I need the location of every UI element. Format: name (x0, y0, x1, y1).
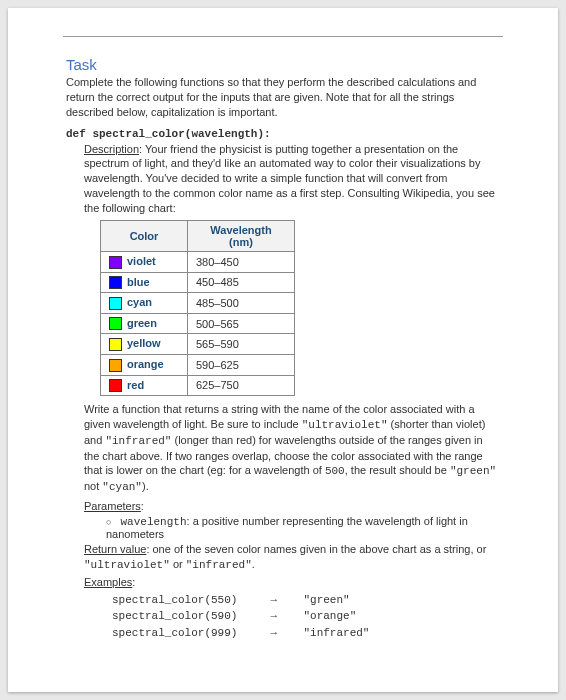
return-text: : one of the seven color names given in … (146, 543, 486, 555)
parameters-heading: Parameters: (84, 499, 500, 514)
table-row: violet 380–450 (101, 251, 295, 272)
parameters-list: wavelength: a positive number representi… (106, 515, 500, 540)
function-signature: def spectral_color(wavelength): (66, 128, 500, 140)
param-name: wavelength (121, 516, 187, 528)
parameters-label: Parameters (84, 500, 141, 512)
color-name: violet (127, 255, 156, 267)
swatch-icon (109, 379, 122, 392)
arrow-icon: → (270, 594, 277, 606)
table-row: yellow 565–590 (101, 334, 295, 355)
wavelength-range: 500–565 (188, 313, 295, 334)
instr-code: 500 (325, 465, 345, 477)
wavelength-range: 590–625 (188, 354, 295, 375)
description-paragraph: Description: Your friend the physicist i… (84, 142, 500, 216)
instr-text: , the result should be (345, 464, 450, 476)
swatch-icon (109, 338, 122, 351)
instr-code: "cyan" (102, 481, 142, 493)
arrow-icon: → (270, 627, 277, 639)
table-header-color: Color (101, 220, 188, 251)
wavelength-range: 625–750 (188, 375, 295, 396)
color-name: yellow (127, 337, 161, 349)
table-row: green 500–565 (101, 313, 295, 334)
list-item: wavelength: a positive number representi… (106, 515, 500, 540)
wavelength-range: 565–590 (188, 334, 295, 355)
swatch-icon (109, 359, 122, 372)
color-name: orange (127, 358, 164, 370)
table-row: cyan 485–500 (101, 293, 295, 314)
task-body: Description: Your friend the physicist i… (84, 142, 500, 642)
swatch-icon (109, 256, 122, 269)
section-title: Task (66, 56, 500, 73)
description-text: : Your friend the physicist is putting t… (84, 143, 495, 214)
document-page: Task Complete the following functions so… (8, 8, 558, 692)
top-rule (63, 36, 503, 37)
description-label: Description (84, 143, 139, 155)
example-call: spectral_color(550) (112, 594, 237, 606)
wavelength-range: 380–450 (188, 251, 295, 272)
swatch-icon (109, 317, 122, 330)
examples-block: spectral_color(550) → "green" spectral_c… (112, 592, 500, 642)
examples-label: Examples (84, 576, 132, 588)
instr-text: not (84, 480, 102, 492)
color-name: cyan (127, 296, 152, 308)
return-value-paragraph: Return value: one of the seven color nam… (84, 542, 500, 573)
wavelength-range: 485–500 (188, 293, 295, 314)
instr-code: "green" (450, 465, 496, 477)
swatch-icon (109, 276, 122, 289)
instr-code: "ultraviolet" (302, 419, 388, 431)
table-row: blue 450–485 (101, 272, 295, 293)
return-or: or (170, 558, 186, 570)
wavelength-range: 450–485 (188, 272, 295, 293)
table-header-wavelength-top: Wavelength (210, 224, 271, 236)
swatch-icon (109, 297, 122, 310)
intro-paragraph: Complete the following functions so that… (66, 75, 500, 120)
table-row: orange 590–625 (101, 354, 295, 375)
color-name: blue (127, 276, 150, 288)
color-name: red (127, 379, 144, 391)
wavelength-table: Color Wavelength (nm) violet 380–450 blu… (100, 220, 295, 396)
instruction-paragraph: Write a function that returns a string w… (84, 402, 500, 495)
return-label: Return value (84, 543, 146, 555)
intro-text: Complete the following functions so that… (66, 76, 476, 118)
instr-code: "infrared" (105, 435, 171, 447)
examples-heading: Examples: (84, 575, 500, 590)
return-code: "infrared" (186, 559, 252, 571)
example-result: "green" (303, 594, 349, 606)
table-header-wavelength: Wavelength (nm) (188, 220, 295, 251)
example-result: "infrared" (303, 627, 369, 639)
arrow-icon: → (270, 610, 277, 622)
example-call: spectral_color(999) (112, 627, 237, 639)
table-header-wavelength-bottom: (nm) (229, 236, 253, 248)
example-call: spectral_color(590) (112, 610, 237, 622)
return-period: . (252, 558, 255, 570)
color-name: green (127, 317, 157, 329)
example-result: "orange" (303, 610, 356, 622)
table-row: red 625–750 (101, 375, 295, 396)
instr-text: ). (142, 480, 149, 492)
return-code: "ultraviolet" (84, 559, 170, 571)
